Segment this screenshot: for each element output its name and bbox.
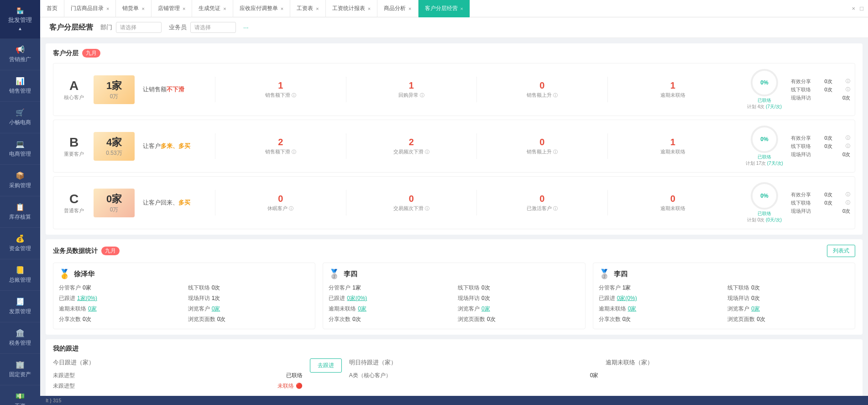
tier-a-right-1: 线下联络 0次 ⓘ	[791, 86, 850, 93]
info-icon: ⓘ	[289, 206, 293, 211]
tab-home[interactable]: 首页	[40, 0, 64, 17]
sales-stat-0-0: 分管客户 0家	[59, 284, 181, 292]
close-icon[interactable]: ×	[183, 6, 185, 11]
tab-voucher-label: 生成凭证	[199, 5, 220, 12]
tier-a-stat-2[interactable]: 0 销售额上升 ⓘ	[476, 77, 607, 102]
tier-c-plan-link[interactable]: (0天/次)	[766, 217, 782, 222]
close-icon[interactable]: ×	[281, 6, 283, 11]
window-maximize-icon[interactable]: □	[860, 5, 863, 12]
tab-salary[interactable]: 工资表 ×	[290, 0, 325, 17]
tier-b-right-stats: 有效分享 0次 ⓘ 线下联络 0次 ⓘ 现场拜访 0次	[791, 135, 850, 158]
tab-sales-order[interactable]: 销货单 ×	[116, 0, 151, 17]
tier-c-letter: C	[69, 192, 78, 206]
tab-product-analysis[interactable]: 商品分析 ×	[377, 0, 418, 17]
sidebar-item-xiaochang[interactable]: 🛒 小畅电商	[0, 102, 40, 133]
tier-b-plan-link[interactable]: (7天/次)	[767, 161, 783, 166]
tier-c-stat-2-count: 0	[480, 194, 605, 204]
tier-c-stat-2[interactable]: 0 已激活客户 ⓘ	[476, 190, 607, 216]
ledger-icon: 📒	[16, 266, 25, 274]
page-title: 客户分层经营	[49, 23, 93, 32]
tier-b-right-2: 现场拜访 0次	[791, 151, 850, 158]
tax-icon: 🏛️	[16, 329, 25, 337]
sidebar-top-item[interactable]: 🏪 批发管理 ▲	[0, 0, 40, 39]
tab-ar-adjust[interactable]: 应收应付调整单 ×	[233, 0, 290, 17]
info-icon-2: ⓘ	[553, 93, 558, 98]
tab-home-label: 首页	[47, 5, 58, 12]
tier-a-circle-label: 已联络	[758, 97, 771, 104]
close-icon[interactable]: ×	[460, 6, 463, 11]
sales-stat-2-4: 逾期未联络 0家	[599, 305, 721, 313]
window-minimize-icon[interactable]: ×	[852, 5, 856, 12]
sales-stat-1-2: 已跟进 0家(0%)	[329, 295, 450, 302]
tier-b-stat-2-count: 0	[480, 137, 605, 147]
medal-icon-1: 🥈	[329, 268, 340, 279]
list-view-btn[interactable]: 列表式	[827, 245, 855, 257]
sidebar-item-zongzhang[interactable]: 📒 总账管理	[0, 259, 40, 291]
tab-store-mgmt[interactable]: 店铺管理 ×	[152, 0, 192, 17]
tab-voucher[interactable]: 生成凭证 ×	[192, 0, 233, 17]
sidebar-item-kucun[interactable]: 📋 库存核算	[0, 196, 40, 228]
close-icon[interactable]: ×	[316, 6, 319, 11]
sidebar-item-dianshangg[interactable]: 💻 电商管理	[0, 133, 40, 165]
tier-b-count-box[interactable]: 4家 0.53万	[94, 132, 135, 161]
tier-c-stat-0[interactable]: 0 休眠客户 ⓘ	[215, 190, 346, 216]
sidebar: 🏪 批发管理 ▲ 📢 营销推广 📊 销售管理 🛒 小畅电商 💻 电商管理 📦 采…	[0, 0, 40, 405]
tier-a-stat-0[interactable]: 1 销售额下滑 ⓘ	[215, 77, 346, 102]
go-follow-btn[interactable]: 去跟进	[310, 358, 342, 373]
tier-grid: A 核心客户 1家 0万 让销售额不下滑 1 销售额下滑	[53, 63, 855, 229]
inventory-icon: 📋	[16, 203, 25, 211]
tier-a-name: 核心客户	[64, 94, 84, 101]
tier-c-stat-3[interactable]: 0 逾期未联络	[607, 190, 738, 216]
tier-a-plan-link[interactable]: (7天/次)	[766, 104, 782, 109]
sales-stat-2-0: 分管客户 1家	[599, 284, 721, 292]
tier-b-stats: 2 销售额下滑 ⓘ 2 交易频次下滑 ⓘ	[215, 133, 738, 159]
sidebar-item-yingxiao[interactable]: 📢 营销推广	[0, 39, 40, 70]
sales-title-group: 业务员数据统计 九月	[53, 247, 120, 255]
sidebar-item-xiaoshou[interactable]: 📊 销售管理	[0, 70, 40, 102]
tier-row-a: A 核心客户 1家 0万 让销售额不下滑 1 销售额下滑	[53, 63, 855, 116]
sidebar-item-fapiao[interactable]: 🧾 发票管理	[0, 291, 40, 322]
tier-b-stat-3[interactable]: 1 逾期未联络	[607, 133, 738, 159]
close-icon[interactable]: ×	[141, 6, 144, 11]
tier-b-right-1: 线下联络 0次 ⓘ	[791, 143, 850, 150]
info-icon: ⓘ	[846, 200, 850, 206]
tier-a-label: A 核心客户	[58, 79, 90, 101]
tab-customer-tier[interactable]: 客户分层经营 ×	[418, 0, 470, 17]
sidebar-item-gudingzichan[interactable]: 🏢 固定资产	[0, 354, 40, 385]
tier-c-count-box[interactable]: 0家 0万	[94, 189, 135, 217]
tier-row-c: C 普通客户 0家 0万 让客户回来、多买 0 休眠客户	[53, 176, 855, 229]
tier-b-stat-0[interactable]: 2 销售额下滑 ⓘ	[215, 133, 346, 159]
sales-stat-0-6: 分享次数 0次	[59, 316, 181, 323]
close-icon[interactable]: ×	[368, 6, 371, 11]
tier-a-right-stats: 有效分享 0次 ⓘ 线下联络 0次 ⓘ 现场拜访 0次	[791, 78, 850, 101]
tab-sales-order-label: 销货单	[122, 5, 139, 12]
salesperson-select[interactable]: 请选择	[190, 22, 236, 33]
close-icon[interactable]: ×	[408, 6, 411, 11]
dept-select[interactable]: 请选择	[116, 22, 162, 33]
sales-stats-0: 分管客户 0家 线下联络 0次 已跟进 1家(0%) 现场拜访	[59, 284, 309, 323]
sidebar-item-caigou[interactable]: 📦 采购管理	[0, 165, 40, 196]
sales-stat-1-1: 线下联络 0次	[458, 284, 580, 292]
tab-salary-report[interactable]: 工资统计报表 ×	[326, 0, 377, 17]
sidebar-item-gongzi[interactable]: 💵 工资	[0, 385, 40, 405]
tier-a-stat-1-label: 回购异常 ⓘ	[349, 92, 474, 99]
tier-a-count-box[interactable]: 1家 0万	[94, 75, 135, 104]
sidebar-top-arrow: ▲	[18, 26, 22, 31]
tier-c-stat-1[interactable]: 0 交易频次下滑 ⓘ	[346, 190, 477, 216]
tier-a-stat-1[interactable]: 1 回购异常 ⓘ	[346, 77, 477, 102]
tier-b-stat-1[interactable]: 2 交易频次下滑 ⓘ	[346, 133, 477, 159]
close-icon[interactable]: ×	[223, 6, 226, 11]
more-filter-btn[interactable]: ···	[243, 24, 249, 31]
tier-b-stat-2-label: 销售额上升 ⓘ	[480, 148, 605, 155]
tab-store-products[interactable]: 门店商品目录 ×	[64, 0, 116, 17]
sales-stat-2-5: 浏览客户 0家	[727, 305, 849, 313]
follow-tomorrow-col: 明日待跟进（家） A类（核心客户） 0家	[349, 358, 599, 381]
sidebar-item-shuiwu[interactable]: 🏛️ 税务管理	[0, 322, 40, 354]
tier-b-desc-highlight: 多来、多买	[161, 142, 190, 149]
tier-b-stat-2[interactable]: 0 销售额上升 ⓘ	[476, 133, 607, 159]
sales-stat-0-4: 逾期未联络 0家	[59, 305, 181, 313]
tier-a-stat-3[interactable]: 1 逾期未联络	[607, 77, 738, 102]
close-icon[interactable]: ×	[106, 6, 109, 11]
tier-a-stat-0-label: 销售额下滑 ⓘ	[218, 92, 343, 99]
sidebar-item-zijin[interactable]: 💰 资金管理	[0, 228, 40, 259]
